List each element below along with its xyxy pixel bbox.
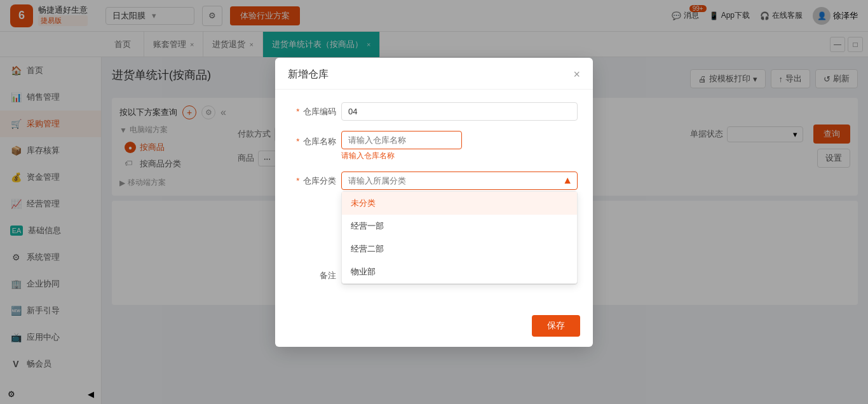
dropdown-item-dept3[interactable]: 物业部 bbox=[342, 260, 577, 283]
name-label: * 仓库名称 bbox=[290, 132, 341, 147]
code-label: * 仓库编码 bbox=[290, 102, 341, 118]
modal-footer: 保存 bbox=[275, 307, 593, 347]
category-input-wrapper: ▲ bbox=[341, 172, 578, 190]
modal-title: 新增仓库 bbox=[288, 68, 329, 81]
category-label: * 仓库分类 bbox=[290, 172, 341, 187]
category-dropdown-btn[interactable]: ▲ bbox=[562, 175, 573, 186]
dropdown-item-unclassified[interactable]: 未分类 bbox=[342, 192, 577, 215]
name-input[interactable] bbox=[341, 131, 462, 149]
note-label: 备注 bbox=[290, 266, 341, 281]
new-warehouse-modal: 新增仓库 × * 仓库编码 * 仓库名称 bbox=[275, 58, 593, 347]
name-error-msg: 请输入仓库名称 bbox=[341, 151, 395, 161]
dropdown-item-dept1[interactable]: 经营一部 bbox=[342, 215, 577, 238]
category-form-row: * 仓库分类 ▲ 未分类 经营一部 经营二部 物业部 bbox=[290, 172, 578, 190]
modal-body: * 仓库编码 * 仓库名称 请输入仓库名称 bbox=[275, 90, 593, 307]
modal-header: 新增仓库 × bbox=[275, 58, 593, 90]
save-button[interactable]: 保存 bbox=[532, 315, 580, 337]
name-form-row: * 仓库名称 请输入仓库名称 bbox=[290, 131, 578, 161]
dropdown-item-dept2[interactable]: 经营二部 bbox=[342, 238, 577, 260]
code-input[interactable] bbox=[341, 102, 578, 121]
modal-overlay: 新增仓库 × * 仓库编码 * 仓库名称 bbox=[0, 0, 868, 404]
code-form-row: * 仓库编码 bbox=[290, 102, 578, 121]
category-input[interactable] bbox=[341, 172, 578, 190]
category-dropdown-list: 未分类 经营一部 经营二部 物业部 bbox=[341, 191, 578, 284]
modal-close-button[interactable]: × bbox=[573, 69, 580, 80]
